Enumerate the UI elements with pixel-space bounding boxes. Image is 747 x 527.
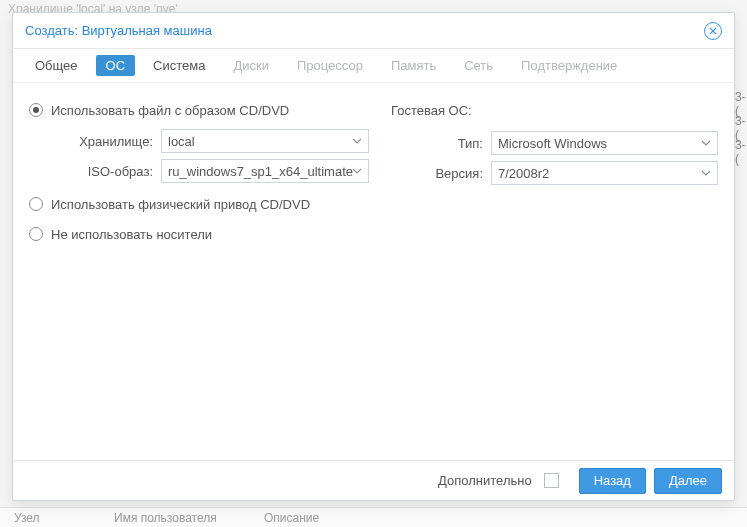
storage-label: Хранилище:: [29, 134, 161, 149]
wizard-tabs: Общее ОС Система Диски Процессор Память …: [13, 49, 734, 83]
background-right-fragment: 3-( 3-( 3-(: [735, 90, 747, 162]
dialog-titlebar: Создать: Виртуальная машина: [13, 13, 734, 49]
chevron-down-icon: [352, 136, 362, 146]
guest-os-column: Гостевая ОС: Тип: Microsoft Windows Верс…: [391, 97, 718, 450]
tab-confirm: Подтверждение: [511, 55, 627, 76]
next-button[interactable]: Далее: [654, 468, 722, 494]
storage-value: local: [168, 134, 195, 149]
tab-cpu: Процессор: [287, 55, 373, 76]
radio-icon: [29, 227, 43, 241]
radio-label: Не использовать носители: [51, 227, 212, 242]
os-type-row: Тип: Microsoft Windows: [391, 129, 718, 157]
radio-icon: [29, 103, 43, 117]
os-type-label: Тип:: [391, 136, 491, 151]
dialog-footer: Дополнительно Назад Далее: [13, 460, 734, 500]
tab-memory: Память: [381, 55, 446, 76]
media-column: Использовать файл с образом CD/DVD Храни…: [29, 97, 369, 450]
storage-row: Хранилище: local: [29, 127, 369, 155]
storage-combo[interactable]: local: [161, 129, 369, 153]
chevron-down-icon: [701, 138, 711, 148]
os-type-value: Microsoft Windows: [498, 136, 607, 151]
radio-label: Использовать файл с образом CD/DVD: [51, 103, 289, 118]
chevron-down-icon: [701, 168, 711, 178]
tab-general[interactable]: Общее: [25, 55, 88, 76]
dialog-title: Создать: Виртуальная машина: [25, 23, 212, 38]
radio-icon: [29, 197, 43, 211]
close-button[interactable]: [704, 22, 722, 40]
dialog-body: Использовать файл с образом CD/DVD Храни…: [13, 83, 734, 460]
iso-row: ISO-образ: ru_windows7_sp1_x64_ultimate: [29, 157, 369, 185]
back-button[interactable]: Назад: [579, 468, 646, 494]
radio-no-media[interactable]: Не использовать носители: [29, 221, 369, 247]
chevron-down-icon: [352, 166, 362, 176]
background-footer: Узел Имя пользователя Описание: [0, 507, 747, 527]
close-icon: [709, 27, 717, 35]
tab-os[interactable]: ОС: [96, 55, 136, 76]
os-version-label: Версия:: [391, 166, 491, 181]
os-type-combo[interactable]: Microsoft Windows: [491, 131, 718, 155]
guest-os-title: Гостевая ОС:: [391, 97, 718, 123]
tab-network: Сеть: [454, 55, 503, 76]
os-version-row: Версия: 7/2008r2: [391, 159, 718, 187]
tab-disks: Диски: [223, 55, 279, 76]
tab-system[interactable]: Система: [143, 55, 215, 76]
radio-label: Использовать физический привод CD/DVD: [51, 197, 310, 212]
advanced-label: Дополнительно: [438, 473, 532, 488]
os-version-value: 7/2008r2: [498, 166, 549, 181]
radio-use-iso[interactable]: Использовать файл с образом CD/DVD: [29, 97, 369, 123]
iso-combo[interactable]: ru_windows7_sp1_x64_ultimate: [161, 159, 369, 183]
create-vm-dialog: Создать: Виртуальная машина Общее ОС Сис…: [12, 12, 735, 501]
radio-use-physical[interactable]: Использовать физический привод CD/DVD: [29, 191, 369, 217]
advanced-checkbox[interactable]: [544, 473, 559, 488]
iso-value: ru_windows7_sp1_x64_ultimate: [168, 164, 353, 179]
iso-label: ISO-образ:: [29, 164, 161, 179]
os-version-combo[interactable]: 7/2008r2: [491, 161, 718, 185]
